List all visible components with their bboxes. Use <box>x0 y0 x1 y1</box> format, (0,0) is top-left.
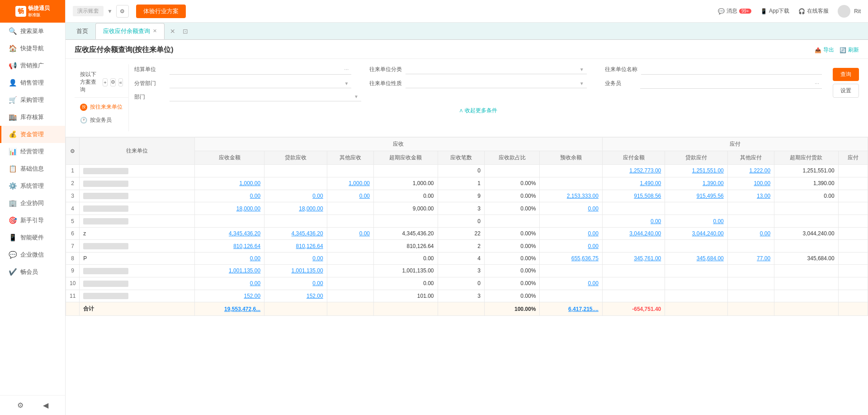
win-maximize-button[interactable]: ⊡ <box>181 27 190 36</box>
filter-scheme-partner[interactable]: 按 按往来来单位 <box>75 100 128 114</box>
newbie-icon: 🎯 <box>9 216 17 224</box>
messages-label: 消息 <box>726 7 737 15</box>
win-close-button[interactable]: ✕ <box>168 27 177 36</box>
top-header: 演示账套 ▼ ⚙ 体验行业方案 💬 消息 99+ 📱 App下载 🎧 在线客服 … <box>66 0 868 23</box>
settlement-unit-input[interactable]: ··· <box>170 64 351 75</box>
footer-rec-prepay[interactable]: 6,417,215.... <box>540 302 602 316</box>
th-pay-other: 其他应付 <box>727 151 774 165</box>
partner-cell <box>80 202 194 215</box>
search-layout: 按以下方案查询 + ⚙ « 按 按往来来单位 🕐 按业务员 <box>75 64 859 131</box>
tab-receivable-query[interactable]: 应收应付余额查询 ✕ <box>95 23 165 39</box>
table-settings-col[interactable]: ⚙ <box>66 138 80 165</box>
sidebar-item-quick-nav[interactable]: 🏠 快捷导航 <box>0 40 65 57</box>
salesperson-dots-icon: ··· <box>815 80 819 86</box>
table-row: 100.000.000.0000.00%0.00 <box>66 277 868 290</box>
export-label: 导出 <box>823 46 834 54</box>
department-arrow: ▼ <box>354 94 359 99</box>
salesperson-input[interactable]: ··· <box>640 78 822 89</box>
set-button[interactable]: 设置 <box>833 84 859 98</box>
partner-cell <box>80 277 194 290</box>
collapse-button[interactable]: ∧ 收起更多条件 <box>134 105 822 116</box>
sidebar-item-inventory[interactable]: 🏬 库存核算 <box>0 109 65 126</box>
service-icon: 🎧 <box>798 8 805 14</box>
table-group-receivable: 应收 <box>194 138 602 151</box>
tab-close-button[interactable]: ✕ <box>153 28 157 34</box>
table-row: 91,001,135.001,001,135.001,001,135.0030.… <box>66 264 868 277</box>
scheme-settings-button[interactable]: ⚙ <box>110 78 116 86</box>
sidebar-label-newbie: 新手引导 <box>20 216 44 224</box>
filter-partner-category: 往来单位分类 ▼ <box>369 65 586 74</box>
partner-cell <box>80 264 194 277</box>
clock-icon: 🕐 <box>80 117 87 124</box>
tab-bar: 首页 应收应付余额查询 ✕ ✕ ⊡ <box>66 23 868 40</box>
th-rec-amount: 应收金额 <box>194 151 264 165</box>
search-main-area: 结算单位 ··· 往来单位分类 ▼ <box>129 64 827 131</box>
filter-salesperson: 业务员 ··· <box>605 78 822 89</box>
marketing-icon: 📢 <box>9 62 17 70</box>
sidebar-item-basic[interactable]: 📋 基础信息 <box>0 160 65 177</box>
partner-name-input[interactable] <box>641 64 822 75</box>
sidebar: 畅 畅捷通贝 标准版 🔍 搜索菜单 🏠 快捷导航 📢 营销推广 👤 销售管理 🛒… <box>0 0 66 415</box>
scheme-salesperson-label: 按业务员 <box>90 116 112 124</box>
sidebar-item-finance[interactable]: 💰 资金管理 <box>0 126 65 143</box>
tab-home[interactable]: 首页 <box>69 24 95 39</box>
tab-home-label: 首页 <box>76 27 88 35</box>
settlement-dots-icon: ··· <box>344 66 349 72</box>
filter-scheme-salesperson[interactable]: 🕐 按业务员 <box>75 114 128 127</box>
sidebar-label-quicknav: 快捷导航 <box>20 44 44 52</box>
footer-pay-other <box>727 302 774 316</box>
department-input[interactable]: ▼ <box>170 92 361 101</box>
user-avatar <box>838 5 850 18</box>
online-service-button[interactable]: 🎧 在线客服 <box>798 7 829 15</box>
refresh-icon: 🔄 <box>840 47 846 53</box>
th-rec-other: 其他应收 <box>327 151 373 165</box>
sidebar-item-smart-hw[interactable]: 📱 智能硬件 <box>0 229 65 246</box>
th-pay-overdue: 超期应付货款 <box>774 151 839 165</box>
operations-icon: 📊 <box>9 148 17 156</box>
sidebar-label-purchase: 采购管理 <box>20 96 44 104</box>
add-scheme-button[interactable]: + <box>103 78 107 86</box>
th-pay-tail: 应付 <box>838 151 868 165</box>
messages-button[interactable]: 💬 消息 99+ <box>718 7 751 15</box>
app-download-label: App下载 <box>769 7 789 15</box>
trial-button[interactable]: 体验行业方案 <box>136 5 186 18</box>
sidebar-item-system[interactable]: ⚙️ 系统管理 <box>0 177 65 195</box>
table-col-partner: 往来单位 <box>80 138 194 165</box>
company-dropdown-arrow[interactable]: ▼ <box>107 8 113 14</box>
sidebar-item-sales[interactable]: 👤 销售管理 <box>0 74 65 91</box>
sidebar-item-search-menu[interactable]: 🔍 搜索菜单 <box>0 23 65 40</box>
sidebar-item-newbie[interactable]: 🎯 新手引导 <box>0 212 65 229</box>
sidebar-item-purchase[interactable]: 🛒 采购管理 <box>0 91 65 109</box>
partner-category-input[interactable]: ▼ <box>406 65 586 74</box>
th-rec-count: 应收笔数 <box>438 151 484 165</box>
sidebar-item-operations[interactable]: 📊 经营管理 <box>0 143 65 160</box>
user-info[interactable]: Rit <box>838 5 861 18</box>
footer-rec-amount[interactable]: 19,553,472,6... <box>194 302 264 316</box>
sidebar-settings-btn[interactable]: ⚙ <box>17 401 24 410</box>
settings-gear-button[interactable]: ⚙ <box>116 5 129 18</box>
refresh-button[interactable]: 🔄 刷新 <box>840 46 859 54</box>
sidebar-label-finance: 资金管理 <box>20 130 44 138</box>
table-row: 8P0.000.000.0040.00%655,636.75345,761.00… <box>66 252 868 264</box>
sidebar-item-marketing[interactable]: 📢 营销推广 <box>0 57 65 74</box>
branch-dept-input[interactable]: ▼ <box>170 79 351 88</box>
messages-badge: 99+ <box>739 9 751 14</box>
sidebar-item-wechat[interactable]: 💬 企业微信 <box>0 246 65 263</box>
scheme-collapse-button[interactable]: « <box>118 78 123 86</box>
partner-nature-label: 往来单位性质 <box>369 80 402 87</box>
sidebar-item-member[interactable]: ✔️ 畅会员 <box>0 263 65 281</box>
footer-rec-loan <box>264 302 327 316</box>
filter-branch-dept: 分管部门 ▼ <box>134 79 351 88</box>
partner-nature-input[interactable]: ▼ <box>406 79 586 88</box>
app-download-button[interactable]: 📱 App下载 <box>760 7 789 15</box>
table-row: 11152.00152.00101.0030.00% <box>66 290 868 302</box>
query-buttons: 查询 设置 <box>833 64 859 131</box>
enterprise-icon: 🏢 <box>9 199 17 207</box>
sales-icon: 👤 <box>9 79 17 87</box>
table-row: 21,000.001,000.001,000.0010.00%1,490.001… <box>66 177 868 190</box>
export-button[interactable]: 📤 导出 <box>815 46 834 54</box>
query-button[interactable]: 查询 <box>833 68 859 81</box>
filter-partner-nature: 往来单位性质 ▼ <box>369 79 586 88</box>
sidebar-item-enterprise[interactable]: 🏢 企业协同 <box>0 195 65 212</box>
sidebar-collapse-btn[interactable]: ◀ <box>43 401 48 410</box>
